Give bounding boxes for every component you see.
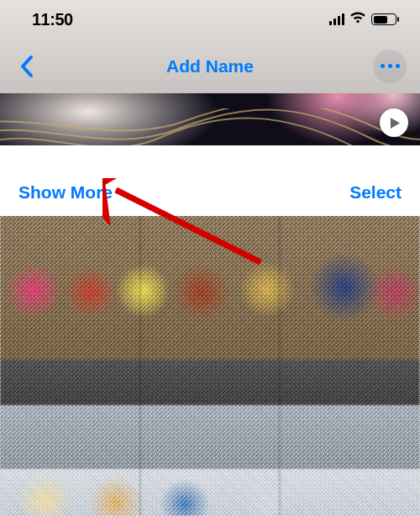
cell-signal-icon [329,13,344,25]
obscure-overlay-2 [0,210,420,516]
play-button[interactable] [380,108,408,137]
svg-marker-0 [390,118,399,129]
back-button[interactable] [12,51,42,82]
featured-photo-strip [0,93,420,145]
select-link[interactable]: Select [349,182,402,203]
nav-title[interactable]: Add Name [166,56,254,76]
more-options-button[interactable] [373,50,407,83]
gallery-action-row: Show More Select [0,182,420,216]
nav-bar: Add Name [0,39,420,93]
photo-grid-obscured[interactable] [0,210,420,516]
show-more-link[interactable]: Show More [18,182,113,203]
status-time: 11:50 [32,10,73,29]
section-gap [0,145,420,182]
status-bar: 11:50 [0,0,420,39]
status-icons [329,12,396,27]
wifi-icon [349,12,366,27]
battery-icon [371,13,396,25]
screen-root: 11:50 Add Name [0,0,420,516]
